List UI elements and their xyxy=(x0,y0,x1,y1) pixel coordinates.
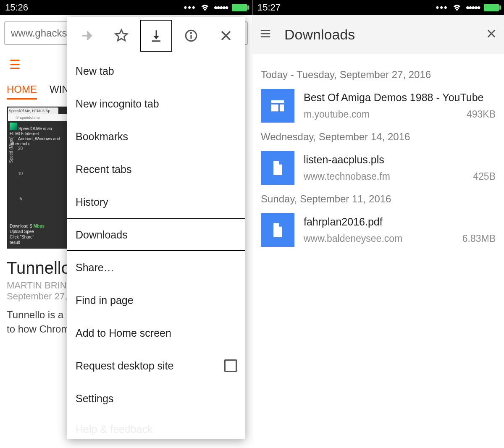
download-host: www.technobase.fm xyxy=(304,171,390,182)
wifi-icon xyxy=(452,3,462,12)
downloads-list: Today - Tuesday, September 27, 2016Best … xyxy=(252,54,504,247)
menu-help[interactable]: Help & feedback xyxy=(67,415,245,435)
download-host: www.baldeneysee.com xyxy=(304,233,402,244)
signal-dots-icon: ●●●●● xyxy=(214,4,228,11)
tab-home[interactable]: HOME xyxy=(7,84,37,100)
menu-new-tab[interactable]: New tab xyxy=(67,55,245,87)
download-size: 6.83MB xyxy=(462,233,496,244)
page-icon xyxy=(261,89,294,123)
download-date-header: Sunday, September 11, 2016 xyxy=(261,193,496,205)
download-size: 493KB xyxy=(467,109,496,120)
battery-icon xyxy=(484,4,499,11)
menu-settings[interactable]: Settings xyxy=(67,382,245,415)
status-bar-right: 15:27 ••• ●●●●● xyxy=(252,0,504,15)
speedof-logo-icon xyxy=(10,123,17,130)
cellular-dots-icon: ••• xyxy=(184,2,196,13)
downloads-header: Downloads xyxy=(252,15,504,54)
download-item[interactable]: fahrplan2016.pdfwww.baldeneysee.com6.83M… xyxy=(261,213,496,247)
status-bar-left: 15:26 ••• ●●●●● xyxy=(0,0,252,15)
svg-rect-0 xyxy=(152,40,160,42)
download-icon[interactable] xyxy=(140,20,172,52)
file-icon xyxy=(261,213,294,247)
chrome-menu: New tab New incognito tab Bookmarks Rece… xyxy=(67,17,245,439)
download-date-header: Today - Tuesday, September 27, 2016 xyxy=(261,69,496,81)
download-name: listen-aacplus.pls xyxy=(304,154,496,166)
download-host: m.youtube.com xyxy=(304,109,370,120)
hamburger-icon[interactable] xyxy=(259,27,272,42)
menu-desktop-site[interactable]: Request desktop site xyxy=(67,349,245,382)
download-date-header: Wednesday, September 14, 2016 xyxy=(261,131,496,143)
close-icon[interactable] xyxy=(210,20,242,52)
page-title: Downloads xyxy=(284,26,473,43)
download-name: Best Of Amiga Demos 1988 - YouTube xyxy=(304,92,496,104)
menu-history[interactable]: History xyxy=(67,186,245,218)
menu-find-in-page[interactable]: Find in page xyxy=(67,284,245,317)
menu-share[interactable]: Share… xyxy=(67,251,245,284)
wifi-icon xyxy=(200,3,210,12)
clock: 15:27 xyxy=(257,2,281,13)
right-screenshot: 15:27 ••• ●●●●● Downloads Today - Tuesda… xyxy=(252,0,504,441)
menu-add-home[interactable]: Add to Home screen xyxy=(67,317,245,349)
article-thumbnail: SpeedOf.Me, HTML5 Sp ① speedof.me SpeedO… xyxy=(7,106,70,249)
forward-icon[interactable] xyxy=(71,20,102,52)
download-name: fahrplan2016.pdf xyxy=(304,216,496,228)
file-icon xyxy=(261,151,294,185)
menu-toolbar xyxy=(67,17,245,55)
download-size: 425B xyxy=(473,171,496,182)
info-icon[interactable] xyxy=(175,20,207,52)
menu-recent-tabs[interactable]: Recent tabs xyxy=(67,153,245,186)
battery-icon xyxy=(232,4,247,11)
svg-point-3 xyxy=(191,33,191,33)
clock: 15:26 xyxy=(5,2,28,13)
star-icon[interactable] xyxy=(105,20,137,52)
menu-bookmarks[interactable]: Bookmarks xyxy=(67,120,245,153)
download-item[interactable]: listen-aacplus.plswww.technobase.fm425B xyxy=(261,151,496,185)
download-item[interactable]: Best Of Amiga Demos 1988 - YouTubem.yout… xyxy=(261,89,496,123)
left-screenshot: 15:26 ••• ●●●●● www.ghacks. ☰ HOME WIN S… xyxy=(0,0,252,441)
tab-windows[interactable]: WIN xyxy=(50,84,69,100)
desktop-site-checkbox[interactable] xyxy=(224,359,237,372)
close-icon[interactable] xyxy=(486,28,497,41)
cellular-dots-icon: ••• xyxy=(436,2,448,13)
menu-downloads[interactable]: Downloads xyxy=(67,218,245,251)
signal-dots-icon: ●●●●● xyxy=(466,4,480,11)
menu-incognito[interactable]: New incognito tab xyxy=(67,87,245,120)
